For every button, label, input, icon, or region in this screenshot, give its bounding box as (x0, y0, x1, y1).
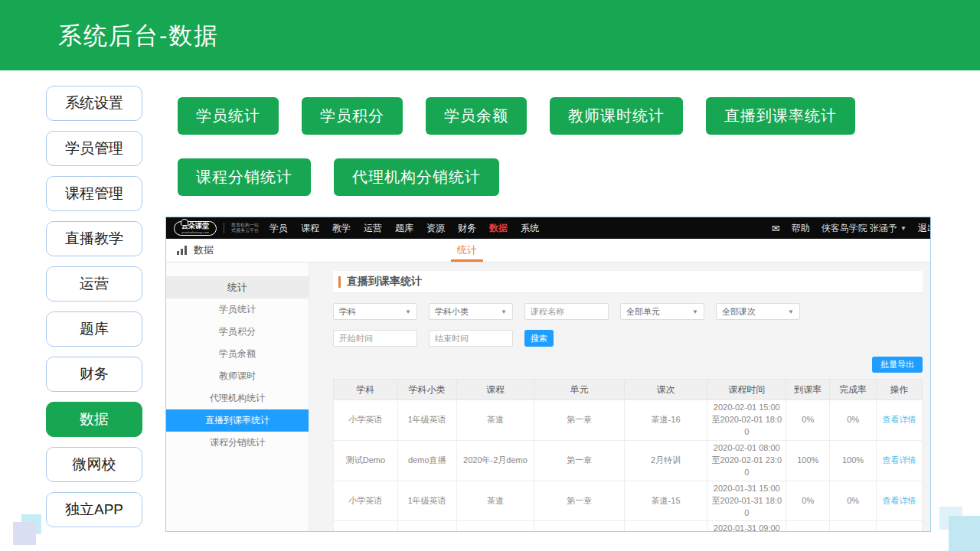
batch-export-button[interactable]: 批量导出 (872, 357, 923, 373)
unit-select[interactable]: 全部单元 ▼ (620, 303, 704, 320)
filter-row-1: 学科 ▼ 学科小类 ▼ 全部单元 ▼ 全部课次 (333, 303, 923, 320)
nav-item-question-bank[interactable]: 题库 (395, 222, 413, 235)
subject-subcategory-value: 学科小类 (435, 306, 469, 318)
sidenav-item-student-points[interactable]: 学员积分 (166, 321, 309, 343)
admin-content: 直播到课率统计 学科 ▼ 学科小类 ▼ 全部 (309, 262, 930, 532)
sidebar-item-label: 微网校 (73, 455, 116, 474)
page: 系统后台-数据 系统设置 学员管理 课程管理 直播教学 运营 题库 财务 数据 … (0, 0, 980, 551)
sidebar-item-system-settings[interactable]: 系统设置 (46, 86, 142, 121)
nav-item-courses[interactable]: 课程 (301, 222, 319, 235)
view-details-link[interactable]: 查看详情 (876, 440, 922, 481)
col-header-subject-sub: 学科小类 (397, 380, 456, 400)
cell-course-time: 2020-02-01 08:00至2020-02-01 23:00 (707, 440, 786, 481)
sidebar-item-operations[interactable]: 运营 (46, 266, 142, 302)
cell-subject-sub: 1年级英语 (397, 400, 456, 441)
cell-course-time: 2020-02-01 15:00至2020-02-01 18:00 (707, 400, 786, 441)
brand-logo: 云朵课堂 yunduoketang.com 教育机构一站 式服务云平台 (174, 221, 259, 236)
cell-subject: 小学英语 (334, 481, 398, 521)
nav-item-data-active[interactable]: 数据 (489, 222, 508, 235)
cell-course: 2020年-2月demo (456, 440, 534, 481)
cell-completion-rate: 100% (830, 440, 877, 481)
admin-sidenav: 统计 学员统计 学员积分 学员余额 教师课时 代理机构统计 直播到课率统计 课程… (166, 262, 309, 532)
sidebar-item-label: 数据 (80, 409, 109, 429)
nav-item-finance[interactable]: 财务 (458, 222, 476, 235)
content-title: 直播到课率统计 (347, 275, 422, 289)
cell-subject: 测试Demo (334, 440, 398, 481)
admin-topbar: 云朵课堂 yunduoketang.com 教育机构一站 式服务云平台 学员 课… (166, 217, 930, 239)
cell-completion-rate: 0% (830, 521, 877, 532)
lesson-select[interactable]: 全部课次 ▼ (716, 303, 800, 320)
sidebar-item-course-management[interactable]: 课程管理 (46, 176, 142, 211)
course-name-input[interactable] (524, 303, 609, 320)
end-time-input[interactable] (429, 330, 513, 347)
quick-button-student-stats[interactable]: 学员统计 (178, 97, 279, 135)
cell-course: 寒假辅导 (456, 521, 534, 532)
sidenav-item-agency-stats[interactable]: 代理机构统计 (166, 387, 309, 409)
view-details-link[interactable]: 查看详情 (876, 521, 922, 532)
logo-subtitle: yunduoketang.com (181, 230, 209, 233)
sidebar-item-question-bank[interactable]: 题库 (46, 311, 142, 347)
start-time-input[interactable] (333, 330, 417, 347)
nav-item-resources[interactable]: 资源 (426, 222, 445, 235)
cell-lesson: 茶道-16 (624, 400, 707, 441)
chevron-down-icon: ▼ (692, 308, 698, 315)
sidebar-item-data[interactable]: 数据 (46, 402, 142, 437)
logo-tagline: 教育机构一站 式服务云平台 (231, 223, 259, 233)
content-title-bar: 直播到课率统计 (333, 271, 923, 294)
nav-item-teaching[interactable]: 教学 (332, 222, 351, 235)
nav-item-operations[interactable]: 运营 (364, 222, 382, 235)
subject-subcategory-select[interactable]: 学科小类 ▼ (429, 303, 513, 320)
subject-select[interactable]: 学科 ▼ (333, 303, 417, 320)
mail-icon[interactable]: ✉ (772, 223, 780, 234)
view-details-link[interactable]: 查看详情 (876, 400, 922, 441)
tab-statistics[interactable]: 统计 (457, 239, 477, 262)
sidebar-item-label: 运营 (80, 274, 109, 294)
admin-nav-items: 学员 课程 教学 运营 题库 资源 财务 数据 系统 (270, 222, 539, 235)
sidenav-item-course-distribution-stats[interactable]: 课程分销统计 (166, 432, 309, 454)
quick-button-live-attendance-stats[interactable]: 直播到课率统计 (706, 97, 855, 135)
col-header-lesson: 课次 (624, 380, 707, 400)
sidebar-item-finance[interactable]: 财务 (46, 357, 142, 392)
sidenav-item-student-stats[interactable]: 学员统计 (166, 298, 309, 321)
cell-attendance-rate: 0% (786, 521, 830, 532)
quick-button-student-points[interactable]: 学员积分 (302, 97, 403, 135)
sidebar-item-micro-school[interactable]: 微网校 (46, 447, 142, 482)
logo-tagline-line2: 式服务云平台 (231, 228, 259, 233)
help-link[interactable]: 帮助 (792, 222, 810, 235)
logo-divider (224, 223, 224, 233)
quick-button-agency-distribution-stats[interactable]: 代理机构分销统计 (334, 158, 499, 196)
export-row: 批量导出 (333, 357, 923, 373)
search-button[interactable]: 搜索 (524, 330, 554, 347)
cell-subject-sub: 1年级英语 (397, 481, 456, 521)
quick-button-student-balance[interactable]: 学员余额 (426, 97, 527, 135)
nav-item-students[interactable]: 学员 (270, 222, 288, 235)
page-title: 系统后台-数据 (58, 20, 219, 52)
sidenav-item-student-balance[interactable]: 学员余额 (166, 343, 309, 365)
nav-item-system[interactable]: 系统 (521, 222, 539, 235)
admin-nav-right: ✉ 帮助 侠客岛学院 张涵予 ▼ 退出 (772, 222, 931, 235)
bar-chart-icon (177, 246, 188, 255)
logout-link[interactable]: 退出 (918, 222, 931, 235)
sidebar-item-student-management[interactable]: 学员管理 (46, 131, 142, 166)
cell-unit: 第一章 (534, 400, 625, 441)
user-menu[interactable]: 侠客岛学院 张涵予 ▼ (822, 222, 906, 235)
cell-lesson: 茶道-15 (624, 481, 707, 521)
quick-button-teacher-hours-stats[interactable]: 教师课时统计 (550, 97, 683, 135)
sidebar-item-label: 财务 (80, 364, 109, 384)
col-header-unit: 单元 (534, 380, 625, 400)
sidebar-item-live-teaching[interactable]: 直播教学 (46, 221, 142, 256)
sidenav-item-teacher-hours[interactable]: 教师课时 (166, 365, 309, 387)
sidebar-item-label: 题库 (80, 319, 109, 339)
col-header-course: 课程 (456, 380, 534, 400)
view-details-link[interactable]: 查看详情 (876, 481, 922, 521)
cell-subject: 小学英语 (334, 400, 398, 441)
chevron-down-icon: ▼ (900, 225, 906, 232)
chevron-down-icon: ▼ (788, 308, 794, 315)
title-accent-bar (338, 276, 341, 288)
sidebar-item-standalone-app[interactable]: 独立APP (46, 492, 142, 527)
quick-button-course-distribution-stats[interactable]: 课程分销统计 (178, 158, 311, 196)
sidenav-item-live-attendance-stats[interactable]: 直播到课率统计 (166, 409, 309, 432)
quick-buttons: 学员统计 学员积分 学员余额 教师课时统计 直播到课率统计 课程分销统计 代理机… (178, 97, 855, 220)
sidebar-item-label: 直播教学 (65, 229, 123, 249)
cell-subject-sub: demo直播 (397, 440, 456, 481)
